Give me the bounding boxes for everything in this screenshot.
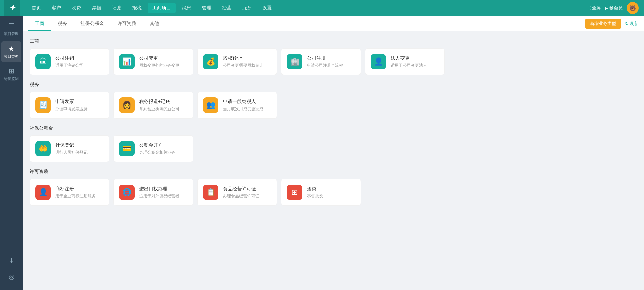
- logo: ✦: [4, 0, 20, 16]
- download-icon[interactable]: ⬇: [6, 254, 17, 267]
- fullscreen-btn[interactable]: ⛶ 全屏: [586, 5, 601, 11]
- content-scroll[interactable]: 工商🏛公司注销适用于注销公司📊公司变更股权变更外的业务变更💰股权转让公司变更需要…: [23, 31, 644, 290]
- nav-item-报税[interactable]: 报税: [127, 3, 146, 13]
- sidebar-item-项目类型[interactable]: ★项目类型: [1, 41, 21, 62]
- card-公司变更[interactable]: 📊公司变更股权变更外的业务变更: [113, 48, 193, 75]
- card-酒类[interactable]: ⊞酒类零售批发: [281, 179, 361, 206]
- section-title-税务: 税务: [30, 82, 637, 88]
- card-desc: 进行人员社保登记: [55, 150, 88, 155]
- card-info-申请发票: 申请发票办理申请发票业务: [55, 99, 88, 112]
- tabs-list: 工商税务社保公积金许可资质其他: [28, 16, 166, 31]
- card-info-社保登记: 社保登记进行人员社保登记: [55, 142, 88, 155]
- card-进出口权办理[interactable]: 🌐进出口权办理适用于对外贸易经营者: [113, 179, 193, 206]
- card-icon-公司注销: 🏛: [35, 54, 51, 69]
- card-法人变更[interactable]: 👤法人变更适用于公司变更法人: [365, 48, 445, 75]
- card-title: 进出口权办理: [139, 186, 179, 192]
- nav-item-收费[interactable]: 收费: [67, 3, 86, 13]
- card-desc: 用于企业商标注册服务: [55, 193, 96, 199]
- sidebar-label: 进度监测: [4, 76, 19, 81]
- tab-工商[interactable]: 工商: [28, 16, 51, 31]
- card-公积金开户[interactable]: 💳公积金开户办理公积金相关业务: [113, 135, 193, 162]
- nav-item-设置[interactable]: 设置: [258, 3, 276, 13]
- card-desc: 适用于对外贸易经营者: [139, 193, 179, 199]
- card-title: 公积金开户: [139, 142, 175, 148]
- card-股权转让[interactable]: 💰股权转让公司变更需要股权转让: [197, 48, 277, 75]
- card-食品经营许可证[interactable]: 📋食品经营许可证办理食品经营许可证: [197, 179, 277, 206]
- card-info-公司注册: 公司注册申请公司注册全流程: [307, 55, 343, 68]
- vip-icon: ▶: [605, 6, 608, 11]
- card-公司注册[interactable]: 🏢公司注册申请公司注册全流程: [281, 48, 361, 75]
- tabs-actions: 新增业务类型 ↻ 刷新: [585, 19, 639, 29]
- sidebar-label: 项目管理: [4, 31, 19, 37]
- card-info-法人变更: 法人变更适用于公司变更法人: [391, 55, 427, 68]
- card-title: 税务报道+记账: [139, 99, 179, 105]
- card-商标注册[interactable]: 👤商标注册用于企业商标注册服务: [30, 179, 109, 206]
- sidebar-label: 项目类型: [4, 54, 19, 59]
- mascot-avatar: 🐻: [627, 2, 639, 14]
- top-nav-menu: 首页客户收费票据记账报税工商项目消息管理经营服务设置: [20, 3, 586, 13]
- card-desc: 拿到营业执照的新公司: [139, 106, 179, 112]
- card-税务报道+记账[interactable]: 👩税务报道+记账拿到营业执照的新公司: [113, 92, 193, 119]
- nav-item-记账[interactable]: 记账: [107, 3, 126, 13]
- sidebar-icon: ☰: [8, 22, 14, 30]
- section-title-工商: 工商: [30, 38, 637, 44]
- sidebar-item-项目管理[interactable]: ☰项目管理: [1, 19, 21, 40]
- card-title: 酒类: [307, 186, 323, 192]
- settings-icon[interactable]: ◎: [6, 270, 17, 283]
- card-info-进出口权办理: 进出口权办理适用于对外贸易经营者: [139, 186, 179, 199]
- card-info-公司变更: 公司变更股权变更外的业务变更: [139, 55, 179, 68]
- card-desc: 申请公司注册全流程: [307, 63, 343, 68]
- card-icon-食品经营许可证: 📋: [203, 185, 218, 200]
- card-申请发票[interactable]: 🧾申请发票办理申请发票业务: [30, 92, 109, 119]
- card-title: 申请一般纳税人: [223, 99, 263, 105]
- card-title: 股权转让: [223, 55, 263, 61]
- sidebar-item-进度监测[interactable]: ⊞进度监测: [1, 64, 21, 85]
- nav-item-票据[interactable]: 票据: [87, 3, 106, 13]
- card-icon-税务报道+记账: 👩: [119, 97, 135, 113]
- card-title: 商标注册: [55, 186, 96, 192]
- card-title: 公司注销: [55, 55, 84, 61]
- cards-grid-许可资质: 👤商标注册用于企业商标注册服务🌐进出口权办理适用于对外贸易经营者📋食品经营许可证…: [30, 179, 637, 206]
- card-icon-申请一般纳税人: 👥: [203, 97, 218, 113]
- cards-grid-社保公积金: 🤲社保登记进行人员社保登记💳公积金开户办理公积金相关业务: [30, 135, 637, 162]
- card-desc: 当月或次月成变更完成: [223, 106, 263, 112]
- refresh-button[interactable]: ↻ 刷新: [625, 21, 639, 27]
- sidebar: ☰项目管理★项目类型⊞进度监测⬇◎: [0, 16, 23, 290]
- nav-item-管理[interactable]: 管理: [197, 3, 216, 13]
- card-desc: 适用于注销公司: [55, 63, 84, 68]
- card-公司注销[interactable]: 🏛公司注销适用于注销公司: [30, 48, 109, 75]
- logo-icon: ✦: [9, 4, 15, 12]
- nav-item-工商项目[interactable]: 工商项目: [148, 3, 176, 13]
- card-desc: 公司变更需要股权转让: [223, 63, 263, 68]
- nav-item-服务[interactable]: 服务: [237, 3, 256, 13]
- card-desc: 股权变更外的业务变更: [139, 63, 179, 68]
- card-icon-申请发票: 🧾: [35, 97, 51, 113]
- sidebar-icon: ⊞: [9, 67, 14, 75]
- nav-item-消息[interactable]: 消息: [177, 3, 196, 13]
- card-icon-社保登记: 🤲: [35, 141, 51, 156]
- tab-其他[interactable]: 其他: [143, 16, 166, 31]
- card-社保登记[interactable]: 🤲社保登记进行人员社保登记: [30, 135, 109, 162]
- sidebar-icon: ★: [8, 45, 14, 53]
- card-info-申请一般纳税人: 申请一般纳税人当月或次月成变更完成: [223, 99, 263, 112]
- tab-社保公积金[interactable]: 社保公积金: [74, 16, 111, 31]
- fullscreen-icon: ⛶: [586, 6, 591, 11]
- nav-item-客户[interactable]: 客户: [47, 3, 66, 13]
- card-title: 法人变更: [391, 55, 427, 61]
- vip-btn[interactable]: ▶ 畅会员: [605, 5, 623, 11]
- card-desc: 适用于公司变更法人: [391, 63, 427, 68]
- nav-item-首页[interactable]: 首页: [27, 3, 46, 13]
- tab-许可资质[interactable]: 许可资质: [111, 16, 143, 31]
- new-type-button[interactable]: 新增业务类型: [585, 19, 621, 29]
- content-area: 工商税务社保公积金许可资质其他 新增业务类型 ↻ 刷新 工商🏛公司注销适用于注销…: [23, 16, 644, 290]
- card-title: 申请发票: [55, 99, 88, 105]
- card-title: 食品经营许可证: [223, 186, 259, 192]
- tab-税务[interactable]: 税务: [51, 16, 74, 31]
- card-申请一般纳税人[interactable]: 👥申请一般纳税人当月或次月成变更完成: [197, 92, 277, 119]
- card-icon-商标注册: 👤: [35, 185, 51, 200]
- card-info-股权转让: 股权转让公司变更需要股权转让: [223, 55, 263, 68]
- vip-label: 畅会员: [609, 5, 623, 11]
- nav-item-经营[interactable]: 经营: [217, 3, 236, 13]
- main-layout: ☰项目管理★项目类型⊞进度监测⬇◎ 工商税务社保公积金许可资质其他 新增业务类型…: [0, 16, 644, 290]
- card-desc: 办理申请发票业务: [55, 106, 88, 112]
